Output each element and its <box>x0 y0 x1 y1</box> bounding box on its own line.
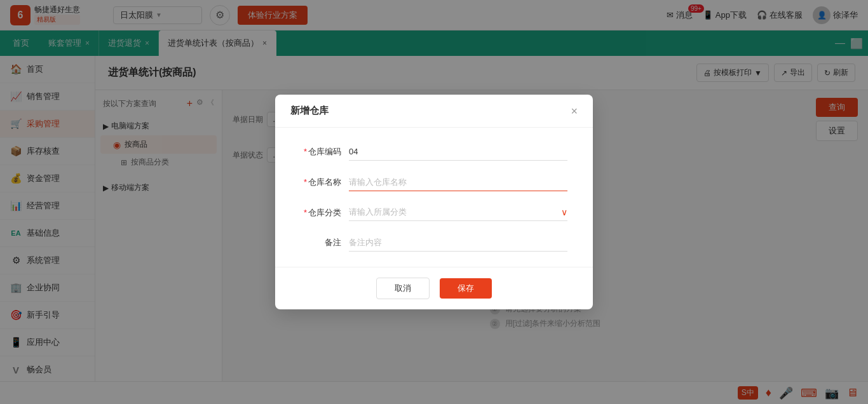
dialog-title: 新增仓库 <box>290 105 329 117</box>
form-row-name: *仓库名称 <box>301 173 567 191</box>
remark-input[interactable] <box>349 234 567 252</box>
dialog-close-button[interactable]: × <box>571 105 578 117</box>
remark-label: 备注 <box>301 237 341 248</box>
code-input[interactable] <box>349 143 567 161</box>
chevron-down-icon: ∨ <box>561 207 567 217</box>
category-label: *仓库分类 <box>301 207 341 219</box>
save-button[interactable]: 保存 <box>440 278 492 299</box>
code-label: *仓库编码 <box>301 146 341 158</box>
add-warehouse-dialog: 新增仓库 × *仓库编码 *仓库名称 *仓库分类 <box>275 95 593 309</box>
form-row-code: *仓库编码 <box>301 143 567 161</box>
cancel-button[interactable]: 取消 <box>376 278 430 299</box>
category-select[interactable]: 请输入所属分类 ∨ <box>349 204 567 221</box>
category-placeholder: 请输入所属分类 <box>349 206 561 218</box>
name-input[interactable] <box>349 173 567 191</box>
form-row-remark: 备注 <box>301 234 567 252</box>
name-label: *仓库名称 <box>301 177 341 188</box>
form-row-category: *仓库分类 请输入所属分类 ∨ <box>301 204 567 221</box>
dialog-header: 新增仓库 × <box>275 95 593 128</box>
dialog-overlay[interactable]: 新增仓库 × *仓库编码 *仓库名称 *仓库分类 <box>0 0 868 404</box>
dialog-footer: 取消 保存 <box>275 267 593 309</box>
dialog-body: *仓库编码 *仓库名称 *仓库分类 请输入所属分类 ∨ <box>275 128 593 267</box>
